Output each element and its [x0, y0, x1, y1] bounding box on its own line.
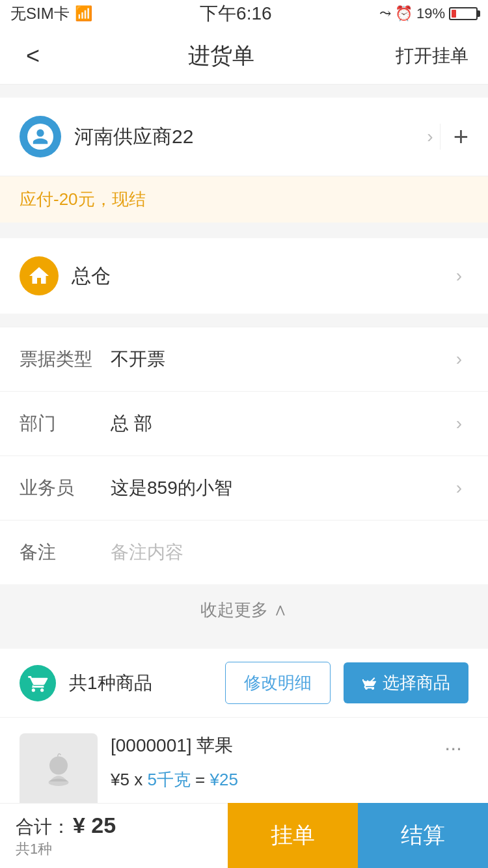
warehouse-card: 总仓 ›: [0, 238, 488, 314]
total-label: 合计：: [16, 815, 70, 839]
invoice-chevron-icon: ›: [456, 349, 462, 370]
product-price: ¥5 x 5千克 = ¥25: [111, 768, 425, 791]
select-product-icon: [362, 675, 377, 691]
quantity: 5千克: [147, 770, 190, 789]
products-card: 共1种商品 修改明细 选择商品 [0000001] 苹果 ¥5 x 5千克 = …: [0, 649, 488, 827]
invoice-row[interactable]: 票据类型 不开票 ›: [0, 327, 488, 391]
supplier-notice: 应付-20元，现结: [0, 176, 488, 225]
invoice-label: 票据类型: [20, 347, 111, 372]
select-product-button[interactable]: 选择商品: [344, 662, 468, 703]
avatar-inner: [27, 124, 53, 150]
status-bar-right: ⤳ ⏰ 19%: [379, 5, 478, 22]
dept-label: 部门: [20, 411, 111, 436]
remark-placeholder: 备注内容: [111, 540, 468, 565]
product-name: [0000001] 苹果: [111, 733, 425, 758]
page-title: 进货单: [188, 41, 254, 71]
location-icon: ⤳: [379, 5, 391, 22]
unit-price: ¥5 x: [111, 770, 147, 789]
dept-value: 总 部: [111, 411, 456, 436]
sales-value: 这是859的小智: [111, 476, 456, 500]
nav-bar: < 进货单 打开挂单: [0, 27, 488, 85]
product-count-icon: [20, 665, 56, 701]
products-header: 共1种商品 修改明细 选择商品: [0, 649, 488, 717]
carrier-text: 无SIM卡: [10, 3, 70, 24]
dept-row[interactable]: 部门 总 部 ›: [0, 391, 488, 455]
product-count-label: 共1种商品: [69, 671, 212, 696]
sales-row[interactable]: 业务员 这是859的小智 ›: [0, 455, 488, 520]
warehouse-icon: [20, 256, 59, 295]
total-price: ¥25: [210, 770, 237, 789]
product-thumbnail: [20, 733, 98, 811]
supplier-card: 河南供应商22 › + 应付-20元，现结: [0, 98, 488, 225]
open-pending-button[interactable]: 打开挂单: [396, 44, 468, 68]
supplier-name[interactable]: 河南供应商22: [74, 124, 427, 150]
sales-chevron-icon: ›: [456, 478, 462, 498]
battery-icon: [449, 7, 478, 20]
form-card: 票据类型 不开票 › 部门 总 部 › 业务员 这是859的小智 › 备注 备注…: [0, 327, 488, 584]
select-product-label: 选择商品: [383, 671, 450, 694]
hang-button[interactable]: 挂单: [228, 803, 358, 868]
product-title: 苹果: [197, 735, 233, 755]
wifi-icon: 📶: [75, 5, 92, 22]
total-count: 共1种: [16, 839, 212, 859]
edit-detail-button[interactable]: 修改明细: [225, 662, 331, 704]
supplier-row: 河南供应商22 › +: [0, 98, 488, 176]
supplier-avatar: [20, 116, 61, 157]
collapse-bar[interactable]: 收起更多 ∧: [0, 584, 488, 636]
time-display: 下午6:16: [200, 1, 272, 26]
battery-percent: 19%: [416, 5, 445, 22]
alarm-icon: ⏰: [395, 5, 413, 22]
product-info: [0000001] 苹果 ¥5 x 5千克 = ¥25: [111, 733, 425, 791]
svg-point-1: [49, 779, 69, 786]
warehouse-chevron-icon: ›: [456, 265, 462, 286]
bottom-bar: 合计： ¥ 25 共1种 挂单 结算: [0, 803, 488, 868]
equals: =: [191, 770, 210, 789]
supplier-chevron-icon: ›: [427, 126, 433, 147]
invoice-value: 不开票: [111, 347, 456, 372]
warehouse-label: 总仓: [72, 263, 456, 290]
back-button[interactable]: <: [20, 36, 46, 76]
sales-label: 业务员: [20, 476, 111, 500]
checkout-button[interactable]: 结算: [358, 803, 488, 868]
product-thumb-icon: [36, 750, 81, 795]
total-section: 合计： ¥ 25 共1种: [0, 803, 228, 868]
dept-chevron-icon: ›: [456, 413, 462, 434]
status-bar-left: 无SIM卡 📶: [10, 3, 92, 24]
svg-point-0: [49, 757, 68, 775]
add-supplier-button[interactable]: +: [440, 124, 468, 150]
remark-row[interactable]: 备注 备注内容: [0, 520, 488, 584]
divider-4: [0, 636, 488, 649]
total-amount: ¥ 25: [73, 813, 116, 838]
divider-1: [0, 85, 488, 98]
product-more-button[interactable]: ···: [438, 733, 468, 763]
product-code: [0000001]: [111, 735, 197, 755]
remark-label: 备注: [20, 540, 111, 565]
warehouse-row[interactable]: 总仓 ›: [0, 238, 488, 314]
status-bar: 无SIM卡 📶 下午6:16 ⤳ ⏰ 19%: [0, 0, 488, 27]
divider-2: [0, 225, 488, 238]
divider-3: [0, 314, 488, 327]
